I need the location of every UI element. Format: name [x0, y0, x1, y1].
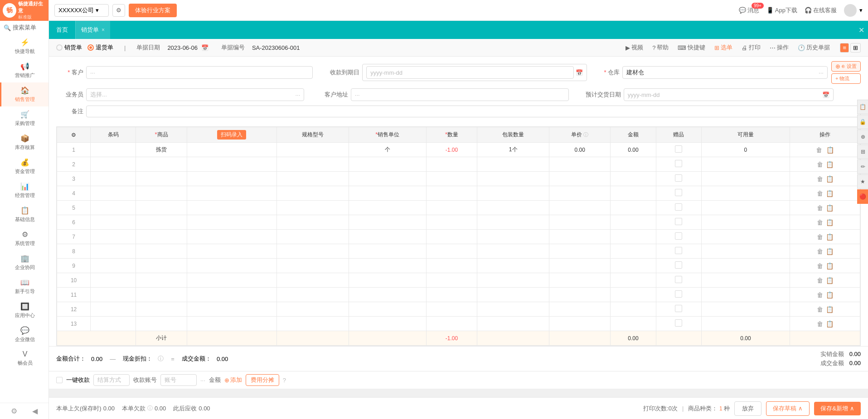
delete-row-icon[interactable]: 🗑: [817, 204, 823, 212]
sidebar-item-basic[interactable]: 📋 基础信息: [0, 202, 48, 226]
sidebar-item-vip[interactable]: V 畅会员: [0, 347, 48, 370]
expense-split-btn[interactable]: 费用分摊: [246, 374, 279, 386]
sidebar-item-operations[interactable]: 📊 经营管理: [0, 178, 48, 202]
cell-gift[interactable]: [656, 143, 701, 157]
gift-checkbox[interactable]: [675, 145, 682, 153]
online-service-button[interactable]: 🎧 在线客服: [805, 6, 837, 14]
salesman-input[interactable]: 选择... ···: [86, 88, 304, 101]
total-owed-help-icon[interactable]: ⓘ: [147, 405, 153, 412]
copy-row-icon[interactable]: 📋: [826, 175, 834, 183]
sidebar-item-marketing[interactable]: 📢 营销推广: [0, 58, 48, 82]
gift-checkbox[interactable]: [675, 232, 682, 240]
delete-row-icon[interactable]: 🗑: [817, 219, 823, 226]
list-view-btn[interactable]: ≡: [840, 43, 849, 53]
history-btn[interactable]: 🕐 历史单据: [795, 43, 833, 53]
cell-quantity[interactable]: -1.00: [426, 143, 477, 157]
scan-button[interactable]: 扫码录入: [217, 130, 246, 140]
delete-row-icon[interactable]: 🗑: [817, 262, 823, 270]
cell-spec[interactable]: [276, 143, 349, 157]
copy-row-icon[interactable]: 📋: [826, 190, 834, 197]
gift-checkbox[interactable]: [675, 174, 682, 182]
dots-icon[interactable]: ···: [200, 377, 205, 384]
cell-barcode[interactable]: [91, 143, 136, 157]
copy-row-icon[interactable]: 📋: [826, 306, 834, 313]
company-selector[interactable]: XXXXXX公司 ▾: [54, 4, 109, 17]
discount-help[interactable]: ⓘ: [158, 355, 164, 363]
sidebar-item-sales[interactable]: 🏠 销售管理: [0, 82, 48, 106]
copy-row-icon[interactable]: 📋: [826, 320, 834, 327]
sidebar-item-purchase[interactable]: 🛒 采购管理: [0, 106, 48, 130]
delete-row-icon[interactable]: 🗑: [817, 291, 823, 299]
sidebar-item-apps[interactable]: 🔲 应用中心: [0, 299, 48, 323]
rf-btn-1[interactable]: 📋: [857, 100, 868, 114]
calendar-icon[interactable]: 📅: [201, 44, 209, 51]
sidebar-item-enterprise[interactable]: 🏢 企业协同: [0, 250, 48, 275]
expected-date-input[interactable]: yyyy-mm-dd 📅: [624, 88, 834, 101]
remarks-input[interactable]: [86, 106, 861, 117]
delete-row-icon[interactable]: 🗑: [817, 233, 823, 241]
save-draft-button[interactable]: 保存草稿 ∧: [766, 401, 810, 416]
rf-btn-6[interactable]: ★: [857, 174, 868, 189]
payment-date-input[interactable]: yyyy-mm-dd 📅: [362, 64, 587, 81]
gift-checkbox[interactable]: [675, 290, 682, 298]
rf-btn-4[interactable]: ⊞: [857, 144, 868, 159]
copy-row-icon[interactable]: 📋: [826, 204, 834, 212]
gift-checkbox[interactable]: [675, 247, 682, 254]
delete-row-icon[interactable]: 🗑: [817, 277, 823, 284]
user-area[interactable]: ▾: [844, 4, 863, 17]
add-payment-btn[interactable]: ⊕ 添加: [224, 376, 242, 384]
copy-row-icon[interactable]: 📋: [826, 248, 834, 255]
th-settings[interactable]: ⚙: [57, 127, 91, 143]
setting-button[interactable]: ⊕ ⊕ 设置: [831, 61, 861, 72]
copy-row-icon[interactable]: 📋: [826, 277, 834, 284]
copy-row-icon[interactable]: 📋: [826, 161, 834, 168]
tab-close-icon[interactable]: ×: [102, 27, 105, 33]
sidebar-search[interactable]: 🔍 搜索菜单: [0, 21, 48, 34]
copy-row-icon[interactable]: 📋: [826, 233, 834, 241]
gift-checkbox[interactable]: [675, 276, 682, 283]
radio-return[interactable]: 退货单: [87, 43, 113, 52]
delete-row-icon[interactable]: 🗑: [817, 320, 823, 327]
help-btn[interactable]: ? 帮助: [650, 43, 671, 53]
gift-checkbox[interactable]: [675, 319, 682, 327]
gift-checkbox[interactable]: [675, 160, 682, 167]
account-select[interactable]: 账号: [160, 374, 197, 386]
customer-input[interactable]: ···: [86, 66, 313, 79]
radio-sales[interactable]: 销货单: [56, 43, 82, 52]
sidebar-item-finance[interactable]: 💰 资金管理: [0, 154, 48, 178]
tab-home[interactable]: 首页: [49, 21, 75, 39]
rf-btn-2[interactable]: 🔒: [857, 115, 868, 129]
filter-btn[interactable]: ⊞ 选单: [712, 43, 735, 53]
gift-checkbox[interactable]: [675, 261, 682, 269]
sidebar-item-system[interactable]: ⚙ 系统管理: [0, 226, 48, 250]
discard-button[interactable]: 放弃: [734, 401, 761, 416]
gift-checkbox[interactable]: [675, 305, 682, 312]
one-click-payment-checkbox[interactable]: [56, 377, 63, 383]
rf-btn-orange[interactable]: 🔴: [857, 189, 868, 204]
rf-btn-5[interactable]: ✏: [857, 159, 868, 174]
delete-row-icon[interactable]: 🗑: [816, 146, 822, 154]
message-button[interactable]: 💬 消息 99+: [739, 6, 759, 14]
close-all-tabs-icon[interactable]: ✕: [858, 26, 864, 34]
collapse-icon[interactable]: ◀: [32, 407, 38, 415]
gift-checkbox[interactable]: [675, 203, 682, 211]
gift-checkbox[interactable]: [675, 189, 682, 196]
shortcut-btn[interactable]: ⌨ 快捷键: [675, 43, 708, 53]
sidebar-item-quick-nav[interactable]: ⚡ 快捷导航: [0, 34, 48, 58]
rf-btn-3[interactable]: ⊕: [857, 130, 868, 144]
app-download-button[interactable]: 📱 App下载: [766, 6, 797, 14]
settings-button[interactable]: ⚙: [112, 4, 125, 17]
logistics-button[interactable]: + 物流: [831, 73, 861, 84]
save-new-button[interactable]: 保存&新增 ∧: [814, 402, 861, 415]
delete-row-icon[interactable]: 🗑: [817, 248, 823, 255]
trial-button[interactable]: 体验行业方案: [129, 4, 177, 17]
sidebar-item-wechat[interactable]: 💬 企业微信: [0, 323, 48, 347]
tab-sales-order[interactable]: 销货单 ×: [75, 21, 110, 39]
sidebar-item-guide[interactable]: 📖 新手引导: [0, 275, 48, 299]
copy-row-icon[interactable]: 📋: [826, 219, 834, 226]
copy-row-icon[interactable]: 📋: [826, 291, 834, 299]
delete-row-icon[interactable]: 🗑: [817, 161, 823, 168]
settlement-select[interactable]: 结算方式: [93, 374, 130, 386]
delete-row-icon[interactable]: 🗑: [817, 175, 823, 183]
grid-view-btn[interactable]: ⊞: [850, 43, 861, 53]
